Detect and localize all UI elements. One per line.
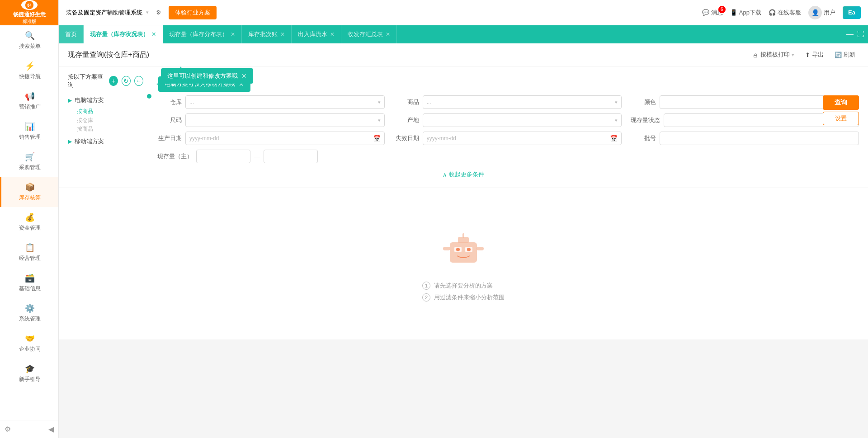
- goods-select[interactable]: ... ▾: [423, 95, 622, 109]
- empty-step-1: 1 请先选择要分析的方案: [422, 280, 505, 292]
- more-conditions-label: 收起更多条件: [449, 170, 484, 179]
- empty-step-2: 2 用过滤条件来缩小分析范围: [422, 292, 505, 303]
- setting-btn[interactable]: 设置: [823, 112, 859, 125]
- sidebar-item-system[interactable]: ⚙️ 系统管理: [0, 298, 58, 328]
- message-btn[interactable]: 💬 消息 6: [702, 9, 723, 17]
- tab-minimize-btn[interactable]: —: [846, 30, 854, 38]
- field-label-stock-qty: 现存量（主）: [156, 152, 193, 160]
- scheme-sub-item-goods[interactable]: 按商品: [68, 106, 143, 117]
- origin-select[interactable]: ▾: [423, 113, 622, 127]
- app-download-btn[interactable]: 📱 App下载: [730, 9, 761, 17]
- system-icon: ⚙️: [25, 303, 35, 313]
- expire-date-input[interactable]: yyyy-mm-dd 📅: [423, 132, 622, 145]
- print-btn[interactable]: 🖨 按模板打印 ▾: [749, 49, 798, 61]
- tab-batch-account[interactable]: 库存批次账 ✕: [242, 25, 292, 43]
- tab-close-icon[interactable]: ✕: [330, 31, 335, 38]
- operations-icon: 📋: [25, 243, 35, 253]
- field-label-warehouse: 仓库: [156, 98, 182, 106]
- sidebar-item-label: 搜索菜单: [19, 42, 41, 50]
- sidebar-item-label: 系统管理: [19, 315, 41, 323]
- header: 装备及固定资产辅助管理系统 ▾ ⚙ 体验行业方案 💬 消息 6 📱 App下载 …: [59, 0, 868, 25]
- export-btn[interactable]: ⬆ 导出: [802, 49, 827, 61]
- sidebar-item-label: 经营管理: [19, 254, 41, 262]
- search-btn[interactable]: 查询: [823, 95, 859, 110]
- highlight-dot: [147, 94, 151, 99]
- batch-input[interactable]: [660, 132, 859, 145]
- page-actions: 🖨 按模板打印 ▾ ⬆ 导出 🔄 刷新: [749, 49, 859, 61]
- empty-icon: [441, 224, 486, 271]
- desktop-scheme-item[interactable]: ▶ 电脑端方案: [68, 94, 143, 106]
- sidebar-item-enterprise[interactable]: 🤝 企业协同: [0, 328, 58, 358]
- calendar-icon[interactable]: 📅: [373, 135, 381, 142]
- svg-rect-7: [458, 237, 469, 243]
- produce-date-input[interactable]: yyyy-mm-dd 📅: [185, 132, 385, 145]
- sidebar-item-quick-nav[interactable]: ⚡ 快捷导航: [0, 56, 58, 86]
- empty-step2-text: 用过滤条件来缩小分析范围: [434, 292, 505, 303]
- tab-maximize-btn[interactable]: ⛶: [857, 30, 864, 38]
- tab-close-icon[interactable]: ✕: [231, 31, 235, 38]
- sidebar-item-label: 企业协同: [19, 345, 41, 353]
- dropdown-arrow: ▾: [615, 99, 618, 105]
- sidebar-item-label: 库存核算: [19, 194, 41, 202]
- sidebar-item-search[interactable]: 🔍 搜索菜单: [0, 25, 58, 56]
- sidebar-item-basic[interactable]: 🗃️ 基础信息: [0, 268, 58, 298]
- filter-row-3: 生产日期 yyyy-mm-dd 📅 失效日期 yyyy-mm-dd 📅: [156, 132, 859, 145]
- collapse-icon: ∧: [443, 171, 447, 178]
- stock-qty-from[interactable]: [196, 150, 250, 163]
- sidebar-collapse-btn[interactable]: ◀: [48, 425, 54, 433]
- support-btn[interactable]: 🎧 在线客服: [769, 9, 801, 17]
- more-conditions-btn[interactable]: ∧ 收起更多条件: [68, 168, 859, 181]
- tab-inventory-status[interactable]: 现存量（库存状况表） ✕: [84, 25, 163, 43]
- tab-inventory-dist[interactable]: 现存量（库存分布表） ✕: [163, 25, 242, 43]
- svg-rect-9: [443, 247, 450, 250]
- tab-home-label: 首页: [65, 30, 77, 38]
- scheme-tooltip2-close[interactable]: ✕: [241, 72, 247, 80]
- stock-qty-to[interactable]: [264, 150, 318, 163]
- header-settings-btn[interactable]: ⚙: [152, 6, 165, 19]
- sidebar-item-guide[interactable]: 🎓 新手引导: [0, 358, 58, 389]
- tab-label: 现存量（库存状况表）: [90, 30, 149, 38]
- system-selector[interactable]: 装备及固定资产辅助管理系统 ▾: [66, 9, 149, 17]
- desktop-scheme-label: 电脑端方案: [75, 96, 104, 104]
- system-name: 装备及固定资产辅助管理系统: [66, 9, 142, 17]
- filter-field-goods: 商品 ... ▾: [394, 95, 622, 109]
- calendar-icon2[interactable]: 📅: [610, 135, 618, 142]
- sidebar-bottom: ⚙ ◀: [0, 420, 58, 438]
- filter-field-origin: 产地 ▾: [394, 113, 622, 127]
- sidebar-item-finance[interactable]: 💰 资金管理: [0, 207, 58, 237]
- tab-close-icon[interactable]: ✕: [151, 31, 156, 38]
- mobile-scheme-item[interactable]: ▶ 移动端方案: [68, 136, 143, 147]
- tab-close-icon[interactable]: ✕: [280, 31, 285, 38]
- svg-rect-8: [462, 233, 464, 238]
- refresh-btn[interactable]: 🔄 刷新: [831, 49, 859, 61]
- sidebar-item-marketing[interactable]: 📢 营销推广: [0, 86, 58, 116]
- svg-point-5: [456, 248, 460, 251]
- sidebar-item-inventory[interactable]: 📦 库存核算: [0, 177, 58, 207]
- field-label-origin: 产地: [394, 116, 419, 124]
- sidebar-item-purchase[interactable]: 🛒 采购管理: [0, 146, 58, 177]
- ea-badge[interactable]: Ea: [843, 6, 861, 19]
- tab-home[interactable]: 首页: [59, 25, 84, 43]
- tab-receivable-summary[interactable]: 收发存汇总表 ✕: [341, 25, 397, 43]
- field-label-batch: 批号: [631, 134, 656, 142]
- tab-in-out-flow[interactable]: 出入库流水 ✕: [292, 25, 341, 43]
- field-label-status: 现存量状态: [631, 116, 660, 124]
- tab-close-icon[interactable]: ✕: [386, 31, 390, 38]
- sidebar-item-operations[interactable]: 📋 经营管理: [0, 237, 58, 268]
- field-label-expire-date: 失效日期: [394, 134, 419, 142]
- user-btn[interactable]: 👤 用户: [808, 6, 835, 19]
- warehouse-select[interactable]: ... ▾: [185, 95, 385, 109]
- message-badge: 6: [718, 6, 726, 13]
- filter-arrow-btn[interactable]: ←: [134, 76, 143, 86]
- filter-add-btn[interactable]: +: [109, 76, 118, 86]
- support-icon: 🎧: [769, 9, 776, 16]
- trial-btn[interactable]: 体验行业方案: [169, 6, 217, 19]
- print-dropdown-icon: ▾: [792, 52, 794, 58]
- sidebar-item-sales[interactable]: 📊 销售管理: [0, 116, 58, 146]
- size-select[interactable]: ▾: [185, 113, 385, 127]
- filter-row-4: 现存量（主） —: [156, 150, 859, 163]
- sidebar-settings-btn[interactable]: ⚙: [5, 425, 11, 433]
- filter-refresh-btn[interactable]: ↻: [122, 76, 131, 86]
- tab-label: 出入库流水: [298, 30, 327, 38]
- arrow-icon2: ▶: [68, 138, 72, 145]
